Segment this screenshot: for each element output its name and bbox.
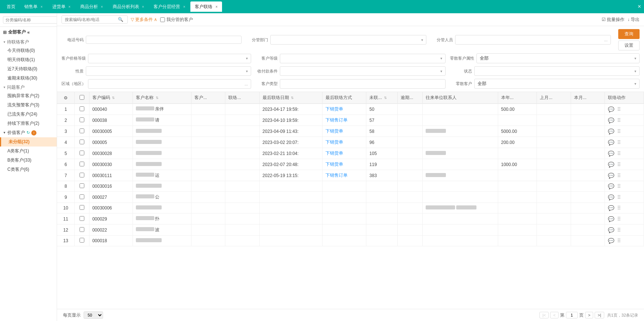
tab-sales[interactable]: 销售单 × <box>20 1 47 12</box>
my-customers-toggle[interactable]: 我分管的客户 <box>160 17 193 23</box>
action-more-icon[interactable]: ⠿ <box>617 205 621 211</box>
my-customers-checkbox[interactable] <box>160 17 165 22</box>
tab-purchase[interactable]: 进货单 × <box>48 1 75 12</box>
page-input[interactable] <box>566 312 578 318</box>
action-more-icon[interactable]: ⠿ <box>617 227 621 233</box>
filter-search-icon[interactable]: 🔍 <box>118 17 123 22</box>
tab-purchase-close[interactable]: × <box>68 5 71 9</box>
sidebar-search-input[interactable] <box>3 16 57 24</box>
th-contact[interactable]: 联络... <box>225 92 259 104</box>
th-type[interactable]: 客户... <box>191 92 225 104</box>
th-last-method[interactable]: 最后联络方式 <box>323 92 366 104</box>
dept-select[interactable]: ▾ <box>270 35 426 45</box>
th-name[interactable]: 客户名称 ⇅ <box>133 92 191 104</box>
action-more-icon[interactable]: ⠿ <box>617 117 621 123</box>
action-more-icon[interactable]: ⠿ <box>617 140 621 145</box>
action-more-icon[interactable]: ⠿ <box>617 162 621 167</box>
action-chat-icon[interactable]: 💬 <box>608 194 614 200</box>
filter-search-input[interactable] <box>65 17 116 22</box>
action-more-icon[interactable]: ⠿ <box>617 128 621 134</box>
sidebar-item-c-class[interactable]: C类客户(6) <box>0 165 57 174</box>
action-more-icon[interactable]: ⠿ <box>617 238 621 244</box>
sidebar-item-today[interactable]: 今天待联络(0) <box>0 46 57 55</box>
td-check[interactable] <box>75 225 89 236</box>
sidebar-item-churned[interactable]: 已流失客户(24) <box>0 110 57 119</box>
nature-select[interactable]: ▾ <box>86 66 251 76</box>
action-chat-icon[interactable]: 💬 <box>608 227 614 233</box>
action-more-icon[interactable]: ⠿ <box>617 173 621 179</box>
action-chat-icon[interactable]: 💬 <box>608 140 614 145</box>
tab-product-analysis-close[interactable]: × <box>101 5 103 9</box>
action-chat-icon[interactable]: 💬 <box>608 151 614 156</box>
settings-icon[interactable]: ⚙ <box>64 95 68 100</box>
sidebar-value-group[interactable]: ▼ 价值客户 ↻ ! <box>0 128 57 137</box>
sidebar-pending-group[interactable]: ▼ 待联络客户 <box>0 38 57 46</box>
sidebar-item-a-class[interactable]: A类客户(1) <box>0 147 57 156</box>
action-more-icon[interactable]: ⠿ <box>617 183 621 189</box>
query-btn[interactable]: 查询 <box>618 29 640 39</box>
retail-attr-select[interactable]: 全部 ▾ <box>476 53 640 63</box>
tab-sales-close[interactable]: × <box>41 5 43 9</box>
sidebar-item-churn-warning[interactable]: 流失预警客户(3) <box>0 100 57 110</box>
td-check[interactable] <box>75 159 89 170</box>
th-year-sales[interactable]: 本年... <box>498 92 537 104</box>
td-check[interactable] <box>75 203 89 214</box>
page-size-select[interactable]: 50 100 200 <box>84 311 103 319</box>
td-check[interactable] <box>75 192 89 203</box>
td-check[interactable] <box>75 236 89 246</box>
action-chat-icon[interactable]: 💬 <box>608 238 614 244</box>
sidebar-item-tomorrow[interactable]: 明天待联络(1) <box>0 55 57 64</box>
manager-select[interactable] <box>455 35 611 45</box>
tab-product-list[interactable]: 商品分析列表 × <box>108 1 149 12</box>
sidebar-item-b-class[interactable]: B类客户(33) <box>0 156 57 165</box>
td-check[interactable] <box>75 126 89 137</box>
action-chat-icon[interactable]: 💬 <box>608 106 614 112</box>
td-check[interactable] <box>75 137 89 148</box>
payment-select[interactable]: ▾ <box>280 66 445 76</box>
tab-customer-segment-close[interactable]: × <box>183 5 185 9</box>
action-chat-icon[interactable]: 💬 <box>608 128 614 134</box>
nav-home[interactable]: 首页 <box>3 4 19 10</box>
th-last-month[interactable]: 上月... <box>537 92 571 104</box>
batch-op-btn[interactable]: ☑ 批量操作 <box>602 17 624 23</box>
more-conditions-btn[interactable]: ▽ 更多条件 ∧ <box>131 17 157 23</box>
th-this-month[interactable]: 本月... <box>571 92 605 104</box>
sidebar-item-overdue[interactable]: 逾期未联络(30) <box>0 74 57 83</box>
th-code[interactable]: 客户编码 ⇅ <box>89 92 133 104</box>
reset-btn[interactable]: 设置 <box>618 40 640 50</box>
th-check[interactable] <box>75 92 89 104</box>
region-select[interactable] <box>88 79 251 89</box>
next-page-btn[interactable]: > <box>585 312 593 318</box>
close-all-tabs[interactable]: × <box>638 3 641 10</box>
action-chat-icon[interactable]: 💬 <box>608 183 614 189</box>
export-btn[interactable]: ↓ 导出 <box>627 17 640 23</box>
prev-page-btn[interactable]: < <box>550 312 558 318</box>
action-chat-icon[interactable]: 💬 <box>608 173 614 179</box>
sidebar-collapse-btn[interactable]: « <box>27 30 30 35</box>
action-more-icon[interactable]: ⠿ <box>617 151 621 156</box>
retail-customer-select[interactable]: 全部 ▾ <box>474 79 640 89</box>
td-check[interactable] <box>75 181 89 192</box>
th-overdue[interactable]: 逾期... <box>398 92 422 104</box>
sidebar-problem-group[interactable]: ▼ 问题客户 <box>0 83 57 91</box>
td-check[interactable] <box>75 104 89 115</box>
action-chat-icon[interactable]: 💬 <box>608 162 614 167</box>
td-check[interactable] <box>75 115 89 126</box>
tab-customer-contact-close[interactable]: × <box>215 5 218 9</box>
th-partner[interactable]: 往来单位联系人 <box>422 92 498 104</box>
customer-type-select[interactable] <box>280 79 445 89</box>
th-uncontact[interactable]: 未联... ⇅ <box>366 92 398 104</box>
sidebar-all-customers[interactable]: ⊞ 全部客户 « <box>0 27 57 38</box>
sidebar-item-ungrouped[interactable]: 未分组(32) <box>0 137 57 147</box>
tab-customer-segment[interactable]: 客户分层经营 × <box>149 1 190 12</box>
phone-input[interactable] <box>86 36 242 44</box>
action-more-icon[interactable]: ⠿ <box>617 106 621 112</box>
price-level-select[interactable]: ▾ <box>88 54 251 63</box>
action-chat-icon[interactable]: 💬 <box>608 216 614 222</box>
action-more-icon[interactable]: ⠿ <box>617 216 621 222</box>
td-check[interactable] <box>75 214 89 225</box>
status-select[interactable]: ▾ <box>474 66 640 76</box>
action-more-icon[interactable]: ⠿ <box>617 194 621 200</box>
td-check[interactable] <box>75 148 89 159</box>
sidebar-item-7days[interactable]: 近7天待联络(0) <box>0 64 57 74</box>
